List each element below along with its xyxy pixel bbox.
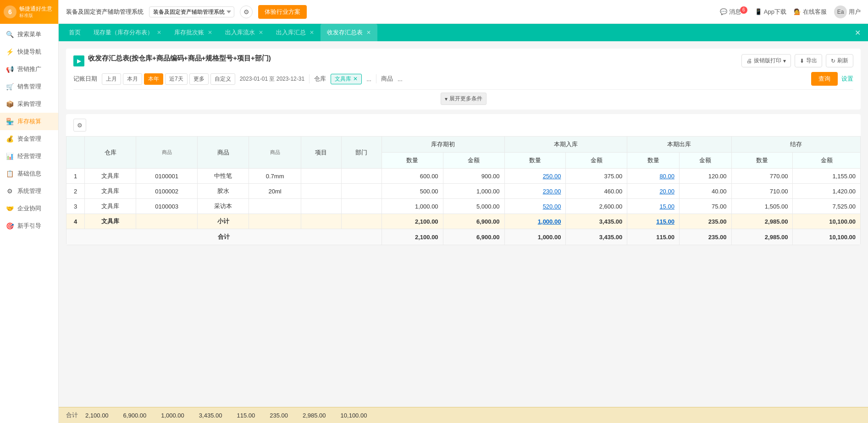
footer-row: 合计 2,100.00 6,900.00 1,000.00 3,435.00 1… <box>66 229 861 245</box>
cell-out-qty[interactable]: 15.00 <box>627 199 680 214</box>
col-close-amt: 金额 <box>793 153 861 169</box>
cell-code <box>136 214 198 229</box>
settings-link[interactable]: 设置 <box>841 75 853 83</box>
table-row: 1 文具库 0100001 中性笔 0.7mm 600.00 900.00 25… <box>66 169 861 184</box>
cell-department <box>341 184 381 199</box>
close-all-tabs[interactable]: ✕ <box>851 28 864 37</box>
sidebar-item-search[interactable]: 🔍搜索菜单 <box>0 26 58 43</box>
cell-out-qty[interactable]: 115.00 <box>627 214 680 229</box>
table-settings-btn[interactable]: ⚙ <box>73 119 86 132</box>
print-btn[interactable]: 🖨 拔销版打印 ▾ <box>741 54 791 67</box>
footer-out-amt: 235.00 <box>679 229 731 245</box>
filter-row1: 记账日期 上月本月本年近7天更多自定义 2023-01-01 至 2023-12… <box>73 72 853 86</box>
sidebar-item-label-search: 搜索菜单 <box>17 30 41 38</box>
tab-close-inout-summary[interactable]: ✕ <box>310 29 314 36</box>
sidebar-item-label-system: 系统管理 <box>17 187 41 195</box>
sidebar-item-quick-nav[interactable]: ⚡快捷导航 <box>0 43 58 60</box>
date-btn-prev[interactable]: 上月 <box>102 73 121 85</box>
trial-button[interactable]: 体验行业方案 <box>258 5 307 19</box>
bottom-open-amt-val: 6,900.00 <box>123 412 147 419</box>
date-btn-more[interactable]: 更多 <box>189 73 209 85</box>
tab-batch[interactable]: 库存批次账✕ <box>168 24 219 41</box>
cell-in-qty[interactable]: 250.00 <box>504 169 566 184</box>
sidebar-item-finance[interactable]: 💰资金管理 <box>0 130 58 148</box>
export-btn[interactable]: ⬇ 导出 <box>795 54 822 67</box>
sidebar-item-sales[interactable]: 🛒销售管理 <box>0 78 58 95</box>
sidebar-item-purchase[interactable]: 📦采购管理 <box>0 95 58 113</box>
sidebar-nav: 🔍搜索菜单⚡快捷导航📢营销推广🛒销售管理📦采购管理🏪库存核算💰资金管理📊经营管理… <box>0 24 58 423</box>
sidebar-item-label-guide: 新手引导 <box>17 222 41 230</box>
warehouse-label: 仓库 <box>314 75 326 83</box>
cell-in-qty[interactable]: 230.00 <box>504 184 566 199</box>
sidebar-item-inventory[interactable]: 🏪库存核算 <box>0 113 58 130</box>
bottom-close-qty: 2,985.00 <box>303 412 326 419</box>
tab-label-stock-dist: 现存量（库存分布表） <box>94 28 153 37</box>
col-out-qty: 数量 <box>627 153 680 169</box>
cell-in-amt: 460.00 <box>566 184 627 199</box>
tab-stock-dist[interactable]: 现存量（库存分布表）✕ <box>87 24 168 41</box>
sidebar-item-guide[interactable]: 🎯新手引导 <box>0 217 58 235</box>
tab-inout-summary[interactable]: 出入库汇总✕ <box>270 24 321 41</box>
search-icon: 🔍 <box>6 31 14 38</box>
cell-name: 中性笔 <box>198 169 249 184</box>
col-warehouse: 仓库 <box>85 137 136 169</box>
cell-project <box>301 169 341 184</box>
bottom-close-amt-val: 10,100.00 <box>341 412 367 419</box>
tab-inout-flow[interactable]: 出入库流水✕ <box>219 24 270 41</box>
date-btn-year[interactable]: 本年 <box>144 73 163 85</box>
cell-in-qty[interactable]: 1,000.00 <box>504 214 566 229</box>
col-department: 部门 <box>341 137 381 169</box>
cell-spec <box>249 199 301 214</box>
tab-close-inout-flow[interactable]: ✕ <box>259 29 263 36</box>
sidebar: 6 畅捷通好生意 标准版 🔍搜索菜单⚡快捷导航📢营销推广🛒销售管理📦采购管理🏪库… <box>0 0 59 423</box>
message-item[interactable]: 💬 消息 6 <box>720 8 747 16</box>
sidebar-item-operation[interactable]: 📊经营管理 <box>0 148 58 165</box>
date-btn-current[interactable]: 本月 <box>123 73 142 85</box>
goods-more-btn[interactable]: ... <box>398 76 403 82</box>
refresh-btn[interactable]: ↻ 刷新 <box>826 54 853 67</box>
query-button[interactable]: 查询 <box>811 72 838 86</box>
cell-in-amt: 375.00 <box>566 169 627 184</box>
sidebar-logo: 6 畅捷通好生意 标准版 <box>0 0 58 24</box>
header-settings-btn[interactable]: ⚙ <box>240 5 253 18</box>
date-btn-custom[interactable]: 自定义 <box>210 73 235 85</box>
inventory-icon: 🏪 <box>6 118 14 125</box>
cell-open-amt: 1,000.00 <box>443 184 504 199</box>
cell-department <box>341 199 381 214</box>
cell-out-qty[interactable]: 20.00 <box>627 184 680 199</box>
collapse-btn[interactable]: ▶ <box>73 55 84 66</box>
date-btn-7days[interactable]: 近7天 <box>165 73 188 85</box>
bottom-bar: 合计 2,100.00 6,900.00 1,000.00 3,435.00 1… <box>59 407 868 423</box>
expand-button[interactable]: ▾ 展开更多条件 <box>441 93 487 105</box>
sidebar-item-label-operation: 经营管理 <box>17 152 41 160</box>
cell-open-amt: 6,900.00 <box>443 214 504 229</box>
online-service-item[interactable]: 💁 在线客服 <box>794 8 827 16</box>
sidebar-item-label-enterprise: 企业协同 <box>17 204 41 213</box>
bottom-open-qty: 2,100.00 <box>85 412 109 419</box>
warehouse-tag-close[interactable]: ✕ <box>353 76 358 82</box>
cell-open-qty: 2,100.00 <box>381 214 443 229</box>
col-out-amt: 金额 <box>679 153 731 169</box>
cell-in-qty[interactable]: 520.00 <box>504 199 566 214</box>
tab-home[interactable]: 首页 <box>62 24 87 41</box>
user-item[interactable]: Ea 用户 <box>834 5 861 18</box>
cell-spec <box>249 214 301 229</box>
system-select[interactable]: 装备及固定资产辅助管理系统 <box>149 6 234 17</box>
tab-close-stock-dist[interactable]: ✕ <box>157 29 161 36</box>
tab-close-recv-send[interactable]: ✕ <box>366 29 371 36</box>
sidebar-item-marketing[interactable]: 📢营销推广 <box>0 60 58 78</box>
cell-no: 4 <box>66 214 85 229</box>
bottom-in-amt-val: 3,435.00 <box>199 412 222 419</box>
goods-label: 商品 <box>381 75 393 83</box>
tab-recv-send[interactable]: 收发存汇总表✕ <box>321 24 377 41</box>
cell-close-qty: 770.00 <box>731 169 793 184</box>
tab-close-batch[interactable]: ✕ <box>208 29 212 36</box>
sidebar-item-system[interactable]: ⚙系统管理 <box>0 182 58 200</box>
app-download-item[interactable]: 📱 App下载 <box>755 8 786 16</box>
warehouse-more-btn[interactable]: ... <box>366 76 371 82</box>
sidebar-item-basic[interactable]: 📋基础信息 <box>0 165 58 182</box>
sidebar-item-enterprise[interactable]: 🤝企业协同 <box>0 200 58 217</box>
col-no <box>66 137 85 169</box>
cell-out-qty[interactable]: 80.00 <box>627 169 680 184</box>
bottom-values: 2,100.00 6,900.00 1,000.00 3,435.00 115.… <box>85 412 367 419</box>
